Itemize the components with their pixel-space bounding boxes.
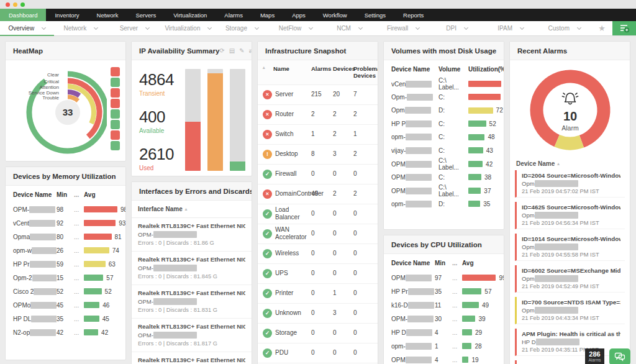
infrastructure-row[interactable]: × Switch 1 2 1 [258, 125, 378, 145]
maximize-window-button[interactable] [20, 2, 25, 7]
interface-item[interactable]: Realtek RTL8139C+ Fast Ethernet NIC #3-E… [132, 352, 252, 364]
utilization-row[interactable]: HP Pr 59 ... 63 [6, 257, 125, 271]
heatmap-square[interactable] [111, 88, 120, 98]
dashboard-tab[interactable]: Overview [0, 21, 54, 35]
interface-item[interactable]: Realtek RTL8139C+ Fast Ethernet NIC #3-N… [132, 218, 252, 252]
utilization-row[interactable]: Opm-2 15 ... 57 [6, 271, 125, 284]
infrastructure-row[interactable]: × Server 215 20 7 [258, 85, 378, 105]
infrastructure-row[interactable]: ✓ Printer 0 1 0 [258, 284, 378, 304]
alarm-item[interactable]: APM Plugin: Health is critical as the re… [515, 329, 625, 356]
volume-row[interactable]: OPM C: 38 [384, 171, 504, 184]
dashboard-tab[interactable]: NCM [322, 21, 376, 35]
report-icon[interactable]: ▤ [229, 47, 235, 54]
heatmap-square[interactable] [111, 130, 120, 140]
feedback-chat-button[interactable] [609, 348, 630, 364]
utilization-row[interactable]: vCent 92 ... 93 [6, 216, 125, 230]
volume-row[interactable]: opm- D: 35 [384, 198, 504, 211]
heatmap-square[interactable] [111, 109, 120, 119]
infrastructure-row[interactable]: ! Desktop 8 3 2 [258, 145, 378, 165]
heatmap-square[interactable] [111, 67, 120, 76]
add-dashboard-button[interactable] [612, 21, 636, 35]
main-nav-item[interactable]: Alarms [216, 9, 252, 21]
dashboard-tab[interactable]: NetFlow [269, 21, 323, 35]
resize-icon[interactable]: ⇄ [249, 47, 252, 54]
alarms-donut-chart[interactable]: 10 Alarm [520, 61, 620, 156]
interface-item[interactable]: Realtek RTL8139C+ Fast Ethernet NIC #3-W… [132, 285, 252, 319]
alarms-column-header[interactable]: Device Name ▴ [510, 156, 630, 170]
close-window-button[interactable] [6, 2, 10, 7]
volume-row[interactable]: OPM C:\ Label... 42 [384, 157, 504, 171]
sort-icon[interactable]: ▴ [263, 65, 271, 70]
utilization-row[interactable]: OPM 4 ... 19 [384, 353, 504, 364]
utilization-row[interactable]: HP Pr 35 ... 57 [384, 284, 504, 298]
heatmap-square[interactable] [111, 99, 120, 108]
alarm-item[interactable]: ID=4625 Source=Microsoft-Windows-Securit… [515, 202, 625, 229]
dashboard-tab[interactable]: Custom [537, 21, 591, 35]
utilization-row[interactable]: OPM- 30 ... 39 [384, 312, 504, 325]
alarm-item[interactable]: ID=700 Source=NTDS ISAM Type=3 Message=N… [515, 297, 625, 324]
refresh-icon[interactable]: ⟳ [219, 47, 224, 54]
redacted-text [407, 94, 433, 101]
main-nav-item[interactable]: Settings [356, 9, 394, 21]
utilization-row[interactable]: Cisco 2 52 ... 52 [6, 284, 125, 298]
main-nav-item[interactable]: Virtualization [165, 9, 216, 21]
volume-row[interactable]: HP P C: 52 [384, 117, 504, 131]
utilization-row[interactable]: OPMo 45 ... 46 [6, 298, 125, 312]
volume-row[interactable]: opm- C: 48 [384, 130, 504, 144]
infrastructure-row[interactable]: ✓ Storage 0 0 0 [258, 324, 378, 344]
utilization-row[interactable]: opm-w 26 ... 74 [6, 243, 125, 257]
utilization-row[interactable]: opm- 1 ... 28 [384, 339, 504, 353]
alarm-item[interactable]: ID=2004 Source=Microsoft-Windows-Resourc… [515, 170, 625, 198]
infrastructure-row[interactable]: × DomainController 49 2 2 [258, 184, 378, 204]
main-nav-item[interactable]: Servers [127, 9, 165, 21]
alarm-item[interactable]: ID=1014 Source=Microsoft-Windows-DNS-Cli… [515, 234, 625, 261]
dashboard-tab[interactable]: Network [54, 21, 108, 35]
edit-icon[interactable]: ✎ [239, 47, 244, 54]
infrastructure-row[interactable]: ✓ Load Balancer 0 0 0 [258, 204, 378, 224]
interfaces-column-header[interactable]: Interface Name ▴ [132, 201, 252, 218]
utilization-row[interactable]: Opma 80 ... 81 [6, 230, 125, 243]
infrastructure-row[interactable]: ✓ Wireless 0 0 0 [258, 244, 378, 264]
infrastructure-row[interactable]: ✓ UPS 0 0 0 [258, 264, 378, 284]
heatmap-square[interactable] [111, 78, 120, 87]
volume-row[interactable]: vCen C:\ Label... 96 [384, 77, 504, 91]
heatmap-square[interactable] [111, 120, 120, 129]
infrastructure-row[interactable]: × Router 2 2 2 [258, 105, 378, 125]
dashboard-tab[interactable]: Storage [215, 21, 269, 35]
alarm-item[interactable]: ID=6002 Source=MSExchange Mid-Tier Stora… [515, 265, 625, 293]
heatmap-square[interactable] [111, 141, 120, 150]
utilization-row[interactable]: OPM 97 ... 99 [384, 271, 504, 284]
volume-row[interactable]: OPM C:\ Label... 37 [384, 184, 504, 198]
interface-item[interactable]: Realtek RTL8139C+ Fast Ethernet NIC #3-N… [132, 252, 252, 285]
utilization-row[interactable]: HP DL 35 ... 45 [6, 312, 125, 325]
volume-row[interactable]: Opm D: 72 [384, 104, 504, 117]
main-nav-item[interactable]: Network [88, 9, 127, 21]
infrastructure-row[interactable]: ✓ Firewall 0 0 0 [258, 165, 378, 184]
utilization-row[interactable]: k16-D 11 ... 49 [384, 298, 504, 312]
favorite-star-icon[interactable]: ★ [591, 21, 612, 35]
utilization-row[interactable]: OPM- 98 ... 98 [6, 202, 125, 216]
dashboard-tab[interactable]: IPAM [484, 21, 538, 35]
alarm-count-badge[interactable]: 286 Alarms [585, 348, 604, 364]
main-nav-item[interactable]: Reports [394, 9, 432, 21]
volume-row[interactable]: vijay- C: 43 [384, 144, 504, 158]
volume-row[interactable]: Opm- C: 95 [384, 91, 504, 104]
alarm-item[interactable]: ID=1010 Source=MSExchangeFastSearch Type… [515, 360, 625, 364]
utilization-row[interactable]: HP D 4 ... 29 [384, 325, 504, 339]
dashboard-tab[interactable]: Firewall [376, 21, 430, 35]
main-nav-item[interactable]: Apps [283, 9, 314, 21]
main-nav-item[interactable]: Dashboard [0, 9, 46, 21]
main-nav-item[interactable]: Maps [252, 9, 283, 21]
infrastructure-row[interactable]: ✓ PDU 0 0 0 [258, 344, 378, 363]
infrastructure-row[interactable]: ✓ WAN Accelerator 0 0 0 [258, 224, 378, 244]
minimize-window-button[interactable] [13, 2, 17, 7]
dashboard-tab[interactable]: Server [107, 21, 161, 35]
main-nav-item[interactable]: Workflow [314, 9, 356, 21]
dashboard-tab[interactable]: Virtualization [161, 21, 216, 35]
main-nav-item[interactable]: Inventory [46, 9, 88, 21]
interface-item[interactable]: Realtek RTL8139C+ Fast Ethernet NIC #3-W… [132, 319, 252, 352]
utilization-row[interactable]: N2-op 42 ... 42 [6, 325, 125, 339]
dashboard-tab[interactable]: DPI [430, 21, 484, 35]
heatmap-radial-chart[interactable]: ClearCriticalAttentionService DownTroubl… [6, 63, 107, 161]
infrastructure-row[interactable]: ✓ Unknown 0 3 0 [258, 304, 378, 324]
